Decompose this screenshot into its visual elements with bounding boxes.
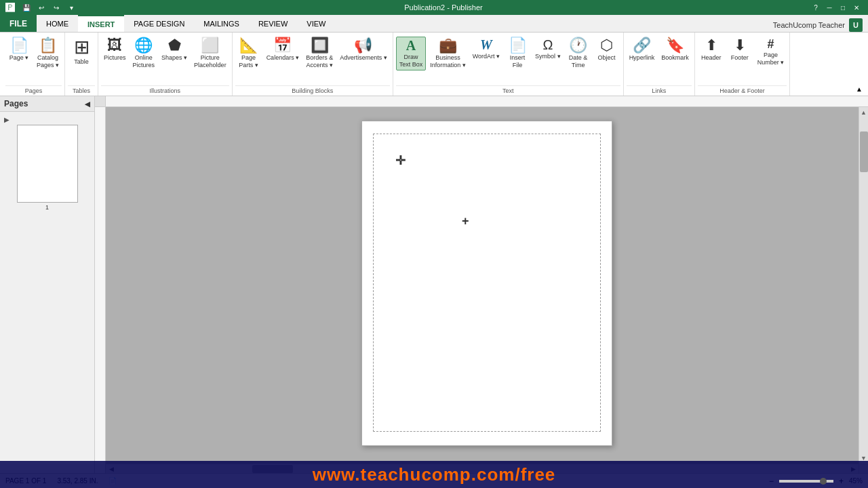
- user-area: TeachUcomp Teacher U: [768, 18, 868, 32]
- ribbon-group-building-blocks: 📐 PageParts ▾ 📅 Calendars ▾ 🔲 Borders &A…: [233, 33, 393, 96]
- zoom-slider-thumb: [820, 478, 827, 485]
- page-parts-button[interactable]: 📐 PageParts ▾: [235, 37, 262, 70]
- tab-view[interactable]: VIEW: [297, 15, 335, 32]
- zoom-slider[interactable]: [779, 480, 833, 483]
- draw-text-box-icon: A: [406, 39, 416, 52]
- page-button[interactable]: 📄 Page ▾: [5, 37, 33, 63]
- ribbon-group-header-footer: ⬆ Header ⬇ Footer # PageNumber ▾ Header …: [695, 33, 791, 96]
- cross-cursor: +: [462, 214, 469, 228]
- bookmark-button[interactable]: 🔖 Bookmark: [658, 37, 692, 63]
- pages-list: ▶ 1: [0, 112, 94, 215]
- pictures-icon: 🖼: [107, 38, 122, 53]
- user-name: TeachUcomp Teacher: [773, 21, 845, 29]
- symbol-button[interactable]: Ω Symbol ▾: [532, 37, 564, 62]
- page-number-icon: #: [767, 38, 774, 50]
- save-button[interactable]: 💾: [20, 2, 33, 13]
- online-pictures-button[interactable]: 🌐 OnlinePictures: [130, 37, 158, 70]
- picture-placeholder-button[interactable]: ⬜ PicturePlaceholder: [191, 37, 229, 70]
- object-button[interactable]: ⬡ Object: [593, 37, 620, 63]
- user-avatar: U: [849, 18, 863, 32]
- catalog-pages-button[interactable]: 📋 CatalogPages ▾: [34, 37, 62, 70]
- pages-panel-collapse-icon[interactable]: ◀: [85, 100, 90, 108]
- ribbon-group-text-items: A DrawText Box 💼 BusinessInformation ▾ W…: [396, 34, 620, 85]
- table-icon: ⊞: [74, 38, 90, 57]
- watermark-text: www.teachucomp.com/free: [313, 464, 556, 485]
- ribbon-group-illustrations-label: Illustrations: [101, 85, 229, 96]
- tab-insert[interactable]: INSERT: [78, 15, 124, 32]
- ribbon-group-tables-items: ⊞ Table: [68, 34, 95, 85]
- ribbon-collapse-button[interactable]: ▲: [853, 84, 865, 94]
- page-thumb-number: 1: [45, 204, 49, 211]
- move-cursor: ✛: [395, 153, 406, 168]
- ribbon-group-pages-items: 📄 Page ▾ 📋 CatalogPages ▾: [5, 34, 62, 85]
- table-button[interactable]: ⊞ Table: [68, 37, 95, 67]
- vertical-scroll-thumb[interactable]: [860, 131, 868, 172]
- quick-access-toolbar: 🅿 💾 ↩ ↪ ▾: [5, 2, 77, 13]
- ribbon-body: 📄 Page ▾ 📋 CatalogPages ▾ Pages ⊞ Table …: [0, 33, 868, 96]
- tab-mailings[interactable]: MAILINGS: [194, 15, 249, 32]
- tab-file[interactable]: FILE: [0, 15, 37, 32]
- ribbon-group-links-label: Links: [627, 85, 692, 96]
- ribbon-tabs: FILE HOME INSERT PAGE DESIGN MAILINGS RE…: [0, 15, 868, 33]
- business-information-button[interactable]: 💼 BusinessInformation ▾: [427, 37, 469, 70]
- text-box[interactable]: ✛ +: [373, 134, 601, 432]
- header-icon: ⬆: [705, 38, 717, 53]
- ribbon-group-tables-label: Tables: [68, 85, 95, 96]
- insert-file-icon: 📄: [509, 38, 527, 53]
- customize-quick-access-button[interactable]: ▾: [65, 2, 77, 13]
- picture-placeholder-icon: ⬜: [201, 38, 219, 53]
- horizontal-ruler: [106, 96, 868, 107]
- calendars-button[interactable]: 📅 Calendars ▾: [264, 37, 302, 63]
- bookmark-icon: 🔖: [666, 38, 684, 53]
- vertical-scrollbar[interactable]: ▲ ▼: [859, 107, 868, 464]
- page-thumbnail-1[interactable]: [17, 125, 78, 203]
- borders-accents-icon: 🔲: [311, 38, 329, 53]
- draw-text-box-button[interactable]: A DrawText Box: [396, 37, 427, 70]
- ribbon-group-building-blocks-label: Building Blocks: [235, 85, 390, 96]
- window-controls: ? ─ □ ✕: [810, 2, 863, 13]
- pictures-button[interactable]: 🖼 Pictures: [101, 37, 129, 63]
- date-time-button[interactable]: 🕐 Date &Time: [565, 37, 592, 70]
- help-button[interactable]: ?: [810, 2, 822, 13]
- ribbon-group-text: A DrawText Box 💼 BusinessInformation ▾ W…: [393, 33, 624, 96]
- restore-button[interactable]: □: [837, 2, 849, 13]
- close-button[interactable]: ✕: [850, 2, 863, 13]
- calendars-icon: 📅: [273, 38, 292, 53]
- ribbon-group-header-footer-items: ⬆ Header ⬇ Footer # PageNumber ▾: [698, 34, 787, 85]
- ribbon-group-illustrations: 🖼 Pictures 🌐 OnlinePictures ⬟ Shapes ▾ ⬜…: [98, 33, 233, 96]
- redo-button[interactable]: ↪: [50, 2, 62, 13]
- wordart-icon: W: [480, 38, 492, 52]
- borders-accents-button[interactable]: 🔲 Borders &Accents ▾: [303, 37, 336, 70]
- pages-panel-header: Pages ◀: [0, 96, 94, 112]
- document-page[interactable]: ✛ +: [361, 121, 612, 446]
- shapes-icon: ⬟: [168, 38, 181, 53]
- wordart-button[interactable]: W WordArt ▾: [470, 37, 502, 62]
- footer-icon: ⬇: [734, 38, 746, 53]
- page-number-button[interactable]: # PageNumber ▾: [755, 37, 787, 68]
- insert-file-button[interactable]: 📄 InsertFile: [504, 37, 531, 70]
- canvas-area: ✛ + ▲ ▼ ◀ ▶: [95, 96, 868, 473]
- title-bar: 🅿 💾 ↩ ↪ ▾ Publication2 - Publisher ? ─ □…: [0, 0, 868, 15]
- symbol-icon: Ω: [542, 38, 553, 52]
- vertical-ruler: [95, 107, 106, 473]
- hyperlink-icon: 🔗: [633, 38, 651, 53]
- tab-home[interactable]: HOME: [37, 15, 78, 32]
- shapes-button[interactable]: ⬟ Shapes ▾: [159, 37, 190, 63]
- tab-page-design[interactable]: PAGE DESIGN: [124, 15, 194, 32]
- advertisements-button[interactable]: 📢 Advertisements ▾: [337, 37, 390, 63]
- ruler-corner: [95, 96, 106, 107]
- advertisements-icon: 📢: [354, 38, 372, 53]
- tab-review[interactable]: REVIEW: [249, 15, 297, 32]
- header-button[interactable]: ⬆ Header: [698, 37, 725, 63]
- ribbon-group-pages-label: Pages: [5, 85, 62, 96]
- pages-panel-title: Pages: [4, 99, 28, 108]
- page-icon: 📄: [10, 38, 28, 53]
- hyperlink-button[interactable]: 🔗 Hyperlink: [627, 37, 658, 63]
- footer-button[interactable]: ⬇ Footer: [726, 37, 753, 63]
- minimize-button[interactable]: ─: [823, 2, 835, 13]
- scroll-up-button[interactable]: ▲: [859, 107, 868, 118]
- undo-button[interactable]: ↩: [35, 2, 47, 13]
- ribbon-group-text-label: Text: [396, 85, 620, 96]
- ribbon-group-illustrations-items: 🖼 Pictures 🌐 OnlinePictures ⬟ Shapes ▾ ⬜…: [101, 34, 229, 85]
- catalog-pages-icon: 📋: [39, 38, 57, 53]
